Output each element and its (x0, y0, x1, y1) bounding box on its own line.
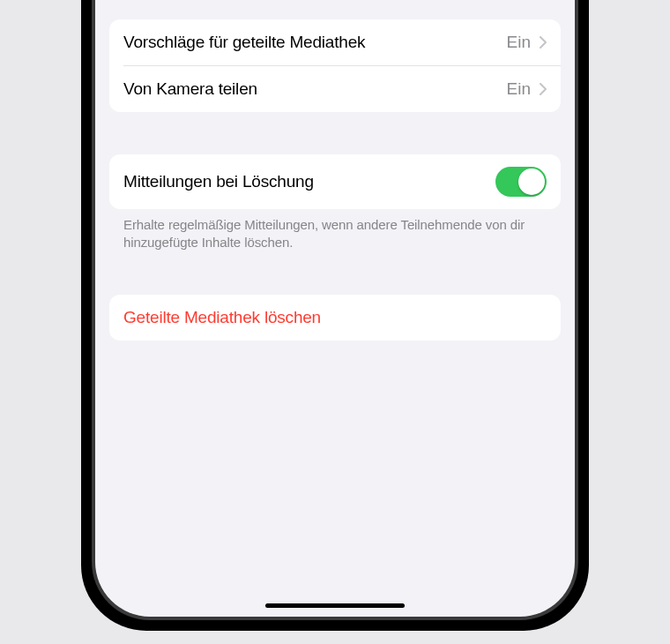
row-shared-library-suggestions[interactable]: Vorschläge für geteilte Mediathek Ein (109, 19, 561, 65)
row-label: Vorschläge für geteilte Mediathek (123, 33, 507, 52)
row-delete-shared-library[interactable]: Geteilte Mediathek löschen (109, 295, 561, 341)
phone-bezel: Vorschläge für geteilte Mediathek Ein Vo… (92, 0, 578, 620)
chevron-right-icon (540, 83, 547, 95)
toggle-switch[interactable] (495, 167, 547, 197)
row-value: Ein (507, 79, 531, 99)
phone-frame: Vorschläge für geteilte Mediathek Ein Vo… (81, 0, 589, 631)
settings-group-sharing: Vorschläge für geteilte Mediathek Ein Vo… (109, 19, 561, 112)
row-share-from-camera[interactable]: Von Kamera teilen Ein (109, 66, 561, 112)
screen: Vorschläge für geteilte Mediathek Ein Vo… (95, 0, 575, 617)
row-label: Mitteilungen bei Löschung (123, 172, 495, 191)
toggle-knob (518, 168, 545, 195)
settings-content: Vorschläge für geteilte Mediathek Ein Vo… (95, 19, 575, 341)
settings-group-delete: Geteilte Mediathek löschen (109, 295, 561, 341)
row-deletion-notifications[interactable]: Mitteilungen bei Löschung (109, 154, 561, 209)
row-label: Von Kamera teilen (123, 79, 507, 99)
chevron-right-icon (540, 36, 547, 49)
group-footer-text: Erhalte regelmäßige Mitteilungen, wenn a… (109, 209, 561, 252)
settings-group-notifications: Mitteilungen bei Löschung (109, 154, 561, 209)
destructive-label: Geteilte Mediathek löschen (123, 308, 321, 327)
home-indicator[interactable] (265, 603, 405, 608)
row-value: Ein (507, 33, 531, 52)
